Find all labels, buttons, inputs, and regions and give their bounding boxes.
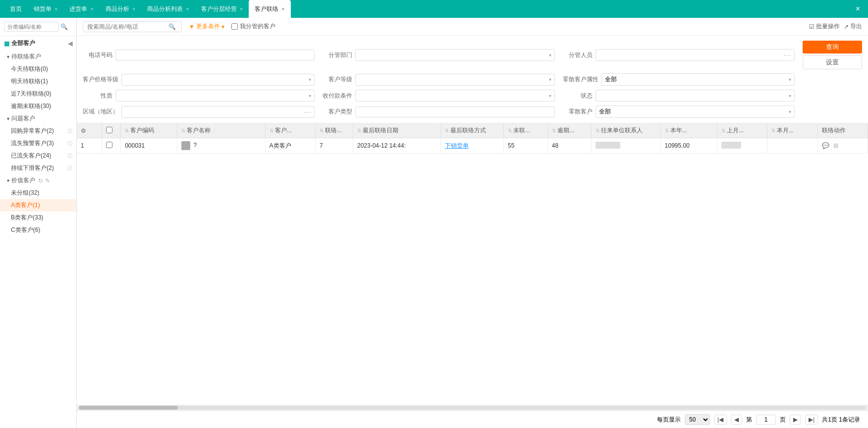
collapse-icon[interactable]: ◀: [68, 40, 72, 47]
close-contact-icon[interactable]: ×: [281, 6, 284, 12]
th-gear: ⚙: [77, 123, 102, 138]
region-dots-icon: ···: [304, 108, 312, 116]
nav-product-list[interactable]: 商品分析列表 ×: [141, 0, 195, 18]
next-page-button[interactable]: ▶: [790, 415, 801, 425]
th-contact[interactable]: ⇅联络...: [315, 123, 353, 138]
th-last-month[interactable]: ⇅上月...: [717, 123, 767, 138]
filter-sparse-customer: 零散客户 全部 ▾: [563, 106, 795, 118]
group-pending[interactable]: ▾ 待联络客户: [0, 51, 76, 63]
sidebar-item-tomorrow[interactable]: 明天待联络(1): [0, 75, 76, 88]
my-customers-checkbox[interactable]: [231, 23, 238, 30]
th-no-contact[interactable]: ⇅未联...: [504, 123, 548, 138]
close-purchase-icon[interactable]: ×: [90, 6, 93, 12]
nav-home[interactable]: 首页: [4, 0, 28, 18]
sidebar-item-ungroup[interactable]: 未分组(32): [0, 187, 76, 199]
sidebar-search-input[interactable]: [4, 22, 58, 32]
customer-table: ⚙ ⇅客户编码 ⇅客户名称 ⇅客户...: [77, 123, 868, 154]
td-action: 💬 ⊞: [817, 138, 868, 154]
per-page-select[interactable]: 50 100 200: [685, 414, 710, 425]
sidebar-item-lost[interactable]: 已流失客户(24) ⓘ: [0, 150, 76, 162]
refresh-icon[interactable]: ↻: [38, 177, 43, 184]
info-icon-lost: ⓘ: [67, 153, 72, 160]
scroll-thumb[interactable]: [79, 406, 178, 410]
filter-dept: 分管部门 ▾: [323, 41, 554, 69]
close-analysis-icon[interactable]: ×: [132, 6, 135, 12]
sidebar-item-a-class[interactable]: A类客户(1): [0, 199, 76, 212]
sidebar-item-c-class[interactable]: C类客户(6): [0, 224, 76, 236]
nav-customer-contact[interactable]: 客户联络 ×: [249, 0, 290, 18]
close-sales-icon[interactable]: ×: [54, 6, 57, 12]
region-select[interactable]: ···: [121, 106, 315, 118]
th-this-month[interactable]: ⇅本月...: [767, 123, 817, 138]
qr-icon[interactable]: ⊞: [833, 142, 838, 149]
sidebar-item-warning[interactable]: 流失预警客户(3) ⓘ: [0, 137, 76, 150]
filter-payment: 收付款条件 ▾: [323, 90, 554, 102]
customer-level-select[interactable]: ▾: [355, 74, 554, 86]
nav-customer-layer[interactable]: 客户分层经营 ×: [195, 0, 249, 18]
sparse-customer-select[interactable]: 全部 ▾: [596, 106, 795, 118]
sidebar-item-overdue[interactable]: 逾期未联络(30): [0, 100, 76, 112]
nav-sales[interactable]: 销货单 ×: [28, 0, 63, 18]
export-button[interactable]: ↗ 导出: [844, 22, 862, 31]
filter-status: 状态 ▾: [563, 90, 795, 102]
th-year-sales[interactable]: ⇅本年...: [660, 123, 717, 138]
price-level-select[interactable]: ▾: [121, 74, 315, 86]
edit-icon[interactable]: ✎: [45, 177, 50, 184]
th-last-way[interactable]: ⇅最后联络方式: [441, 123, 504, 138]
dept-select[interactable]: ▾: [355, 49, 554, 61]
filter-customer-type: 客户类型: [323, 106, 554, 118]
th-overdue[interactable]: ⇅逾期...: [547, 123, 592, 138]
export-icon: ↗: [844, 23, 849, 30]
td-last-way[interactable]: 下销货单: [441, 138, 504, 154]
settings-button[interactable]: 设置: [803, 55, 862, 69]
sidebar-item-declining[interactable]: 持续下滑客户(2) ⓘ: [0, 162, 76, 174]
phone-input[interactable]: [115, 50, 315, 60]
close-layer-icon[interactable]: ×: [240, 6, 243, 12]
row-checkbox[interactable]: [106, 142, 112, 148]
chat-icon[interactable]: 💬: [822, 142, 829, 149]
batch-icon: ☑: [809, 23, 814, 30]
sort-year-icon: ⇅: [665, 128, 669, 133]
th-contact-person[interactable]: ⇅往来单位联系人: [592, 123, 660, 138]
close-all-button[interactable]: ×: [852, 4, 864, 13]
sidebar-item-abnormal[interactable]: 回购异常客户(2) ⓘ: [0, 125, 76, 137]
manager-input[interactable]: ···: [596, 49, 795, 61]
search-icon[interactable]: 🔍: [168, 23, 176, 30]
more-filter-button[interactable]: ▼ 更多条件 ▾: [186, 21, 227, 32]
sort-lmonth-icon: ⇅: [721, 128, 725, 133]
nav-product-analysis[interactable]: 商品分析 ×: [100, 0, 141, 18]
nature-select[interactable]: ▾: [115, 90, 315, 102]
close-list-icon[interactable]: ×: [186, 6, 189, 12]
sidebar-item-today[interactable]: 今天待联络(0): [0, 63, 76, 75]
filter-icon: ▼: [189, 23, 195, 30]
group-problem[interactable]: ▾ 问题客户: [0, 112, 76, 125]
horizontal-scrollbar[interactable]: [77, 405, 868, 411]
select-all-checkbox[interactable]: [106, 127, 112, 133]
page-input[interactable]: [756, 415, 776, 425]
customer-type-input[interactable]: [355, 107, 554, 117]
first-page-button[interactable]: |◀: [714, 415, 727, 425]
status-select[interactable]: ▾: [596, 90, 795, 102]
last-page-button[interactable]: ▶|: [805, 415, 818, 425]
th-code[interactable]: ⇅客户编码: [121, 123, 177, 138]
payment-select[interactable]: ▾: [355, 90, 554, 102]
info-icon-warning: ⓘ: [67, 140, 72, 147]
search-input[interactable]: [87, 23, 166, 30]
sidebar-item-b-class[interactable]: B类客户(33): [0, 212, 76, 224]
sidebar-search-icon[interactable]: 🔍: [60, 23, 68, 30]
td-type: A类客户: [265, 138, 315, 154]
th-name[interactable]: ⇅客户名称: [177, 123, 265, 138]
all-customers-header[interactable]: ▦ 全部客户 ◀: [0, 36, 76, 51]
group-value[interactable]: ▾ 价值客户 ↻ ✎: [0, 174, 76, 187]
gear-icon[interactable]: ⚙: [81, 127, 86, 134]
th-type[interactable]: ⇅客户...: [265, 123, 315, 138]
prev-page-button[interactable]: ◀: [731, 415, 742, 425]
query-button[interactable]: 查询: [803, 41, 862, 54]
sparse-attr-select[interactable]: 全部 ▾: [601, 73, 795, 86]
sidebar-item-7days[interactable]: 近7天待联络(0): [0, 88, 76, 100]
nav-purchase[interactable]: 进货单 ×: [63, 0, 99, 18]
td-this-month-sales: [767, 138, 817, 154]
th-last-date[interactable]: ⇅最后联络日期: [353, 123, 440, 138]
batch-op-button[interactable]: ☑ 批量操作: [809, 22, 840, 31]
top-nav: 首页 销货单 × 进货单 × 商品分析 × 商品分析列表 × 客户分层经营 × …: [0, 0, 868, 18]
